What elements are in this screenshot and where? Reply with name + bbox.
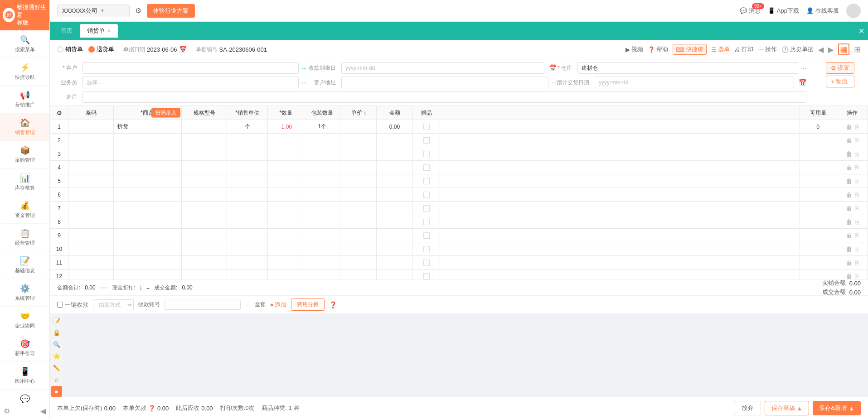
cell-spec[interactable] — [182, 242, 227, 256]
cell-gift[interactable] — [413, 229, 440, 242]
cell-product[interactable] — [114, 242, 182, 256]
select-btn[interactable]: ☰ 选单 — [711, 45, 730, 53]
cell-spec[interactable] — [182, 174, 227, 188]
address-ellipsis-icon[interactable]: ··· — [551, 79, 557, 86]
copy-icon[interactable]: ⎘ — [855, 246, 858, 253]
one-click-payment-label[interactable]: 一键收款 — [57, 301, 88, 309]
copy-icon[interactable]: ⎘ — [855, 218, 858, 226]
cell-product[interactable] — [114, 270, 182, 280]
remark-input[interactable] — [82, 91, 806, 103]
cell-product[interactable] — [114, 229, 182, 242]
cell-gift[interactable] — [413, 270, 440, 280]
cell-spec[interactable] — [182, 120, 227, 134]
sidebar-item-purchase[interactable]: 📦 采购管理 — [0, 141, 49, 169]
cell-pkgqty[interactable] — [304, 215, 340, 229]
message-action[interactable]: 💬 消息 99+ — [740, 7, 761, 15]
paydate-input[interactable]: yyyy-mm-dd — [341, 62, 544, 74]
sidebar-item-sales[interactable]: 🏠 销售管理 — [0, 113, 49, 141]
cell-qty[interactable] — [268, 229, 304, 242]
cell-spec[interactable] — [182, 147, 227, 161]
cell-price[interactable] — [340, 202, 377, 215]
cell-barcode[interactable] — [68, 270, 114, 280]
cell-price[interactable] — [340, 134, 377, 147]
cell-barcode[interactable] — [68, 229, 114, 242]
tab-sales-order[interactable]: 销货单 × — [80, 24, 118, 38]
delivery-input[interactable]: yyyy-mm-dd — [595, 77, 794, 88]
cell-amount[interactable] — [377, 229, 413, 242]
cell-amount[interactable] — [377, 174, 413, 188]
warehouse-input[interactable]: 建材仓 — [577, 62, 798, 74]
cell-qty[interactable] — [268, 202, 304, 215]
cell-unit[interactable] — [227, 174, 268, 188]
cell-product[interactable] — [114, 256, 182, 270]
rp-fav-icon[interactable]: ☆ — [51, 374, 62, 385]
gear-icon[interactable]: ⚙ — [54, 110, 64, 116]
warehouse-ellipsis-icon[interactable]: ··· — [801, 64, 806, 72]
cell-price[interactable] — [340, 270, 377, 280]
help-btn[interactable]: ❓ 帮助 — [648, 45, 668, 53]
company-selector[interactable]: XXXXXX公司 ▼ — [57, 5, 130, 17]
cell-price[interactable] — [340, 229, 377, 242]
app-download-action[interactable]: 📱 App下载 — [768, 7, 799, 15]
grid-view-icon[interactable]: ⊞ — [854, 44, 861, 54]
cell-amount[interactable] — [377, 202, 413, 215]
cell-unit[interactable] — [227, 229, 268, 242]
cell-product[interactable] — [114, 174, 182, 188]
cell-amount[interactable] — [377, 161, 413, 174]
cell-product[interactable] — [114, 202, 182, 215]
cell-product[interactable] — [114, 134, 182, 147]
staff-input[interactable]: 选择... — [82, 77, 299, 88]
rp-edit-icon[interactable]: ✏️ — [51, 362, 62, 373]
cell-amount[interactable]: 0.00 — [377, 120, 413, 134]
video-btn[interactable]: ▶ 视频 — [626, 45, 643, 53]
cell-gift[interactable] — [413, 242, 440, 256]
customer-ellipsis-icon[interactable]: ··· — [301, 64, 307, 72]
next-icon[interactable]: ▶ — [828, 45, 834, 54]
expense-split-button[interactable]: 费用分摊 — [291, 299, 325, 311]
cell-qty[interactable] — [268, 242, 304, 256]
cell-spec[interactable] — [182, 134, 227, 147]
cell-unit[interactable] — [227, 202, 268, 215]
delete-icon[interactable]: 🗑 — [846, 259, 852, 266]
save-draft-button[interactable]: 保存草稿 ▲ — [765, 401, 810, 415]
cell-unit[interactable] — [227, 256, 268, 270]
copy-icon[interactable]: ⎘ — [855, 164, 858, 171]
one-click-checkbox[interactable] — [57, 302, 63, 308]
cell-pkgqty[interactable] — [304, 174, 340, 188]
trial-button[interactable]: 体验行业方案 — [147, 4, 195, 18]
shortcut-btn[interactable]: ⌨ 快捷键 — [673, 44, 707, 55]
cell-unit[interactable] — [227, 188, 268, 202]
sidebar-item-marketing[interactable]: 📢 营销推广 — [0, 86, 49, 113]
cell-unit[interactable] — [227, 147, 268, 161]
cell-pkgqty[interactable] — [304, 270, 340, 280]
cell-pkgqty[interactable] — [304, 188, 340, 202]
cell-gift[interactable] — [413, 215, 440, 229]
delete-icon[interactable]: 🗑 — [846, 273, 852, 280]
cell-spec[interactable] — [182, 188, 227, 202]
cell-unit[interactable] — [227, 242, 268, 256]
copy-icon[interactable]: ⎘ — [855, 259, 858, 266]
sidebar-item-system[interactable]: ⚙️ 系统管理 — [0, 279, 49, 307]
rp-star-icon[interactable]: ⭐ — [51, 351, 62, 361]
cell-spec[interactable] — [182, 256, 227, 270]
sidebar-item-search[interactable]: 🔍 搜索菜单 — [0, 30, 49, 58]
delete-icon[interactable]: 🗑 — [846, 218, 852, 226]
prev-icon[interactable]: ◀ — [818, 45, 824, 54]
cell-qty[interactable] — [268, 215, 304, 229]
cell-unit[interactable] — [227, 161, 268, 174]
cell-barcode[interactable] — [68, 161, 114, 174]
paydate-calendar-icon[interactable]: 📅 — [549, 64, 557, 72]
cell-pkgqty[interactable] — [304, 242, 340, 256]
cell-pkgqty[interactable] — [304, 147, 340, 161]
scan-button[interactable]: 扫码录入 — [151, 108, 180, 118]
sidebar-settings-icon[interactable]: ⚙ — [4, 407, 10, 415]
cell-gift[interactable] — [413, 161, 440, 174]
delete-icon[interactable]: 🗑 — [846, 150, 852, 158]
copy-icon[interactable]: ⎘ — [855, 205, 858, 212]
rp-note-icon[interactable]: 📝 — [51, 315, 62, 326]
discard-button[interactable]: 放弃 — [734, 401, 761, 415]
delete-icon[interactable]: 🗑 — [846, 246, 852, 253]
cell-product[interactable] — [114, 188, 182, 202]
discount-help-icon[interactable]: ℹ — [140, 284, 142, 291]
cell-pkgqty[interactable] — [304, 229, 340, 242]
